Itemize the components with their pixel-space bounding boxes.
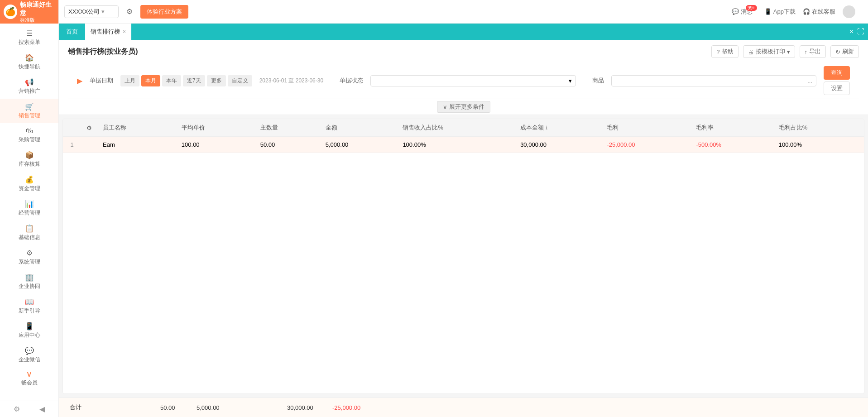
status-filter-select[interactable]: ▾ (370, 75, 575, 86)
topbar-settings-button[interactable]: ⚙ (123, 5, 136, 18)
wechat-icon: 💬 (25, 346, 34, 355)
this-month-button[interactable]: 本月 (141, 75, 160, 86)
trial-btn[interactable]: 体验行业方案 (140, 5, 188, 19)
topbar-service-button[interactable]: 🎧 在线客服 (803, 8, 835, 16)
table-wrapper: ⚙ 员工名称 平均单价 主数量 全额 销售收入占比% 成本全额 ℹ 毛利 毛利率… (62, 119, 864, 394)
expand-label: 展开更多条件 (449, 103, 484, 111)
cell-gross-pct: 100.00% (773, 137, 864, 153)
tab-expand-icon[interactable]: ⛶ (857, 28, 864, 36)
sidebar-item-quick-nav[interactable]: 🏠 快捷导航 (0, 50, 58, 74)
main-area: XXXXX公司 ▾ ⚙ 体验行业方案 💬 消息 99+ 📱 App下载 🎧 在线… (59, 0, 868, 417)
cell-gear (81, 137, 97, 153)
expand-more-button[interactable]: ∨ 展开更多条件 (437, 101, 490, 113)
enterprise-icon: 🏢 (25, 273, 34, 282)
last-month-button[interactable]: 上月 (120, 75, 139, 86)
cell-rank: 1 (63, 137, 81, 153)
page-title: 销售排行榜(按业务员) (68, 47, 138, 57)
service-icon: 🎧 (803, 8, 810, 15)
sidebar-item-operation[interactable]: 📊 经营管理 (0, 196, 58, 220)
sidebar-item-vip[interactable]: V 畅会员 (0, 367, 58, 390)
logo-sub: 标准版 (20, 17, 55, 23)
marketing-icon: 📢 (25, 78, 34, 86)
filter-right-buttons: 查询 设置 (824, 66, 850, 95)
footer-qty: 50.00 (155, 403, 191, 413)
more-button[interactable]: 更多 (207, 75, 226, 86)
sidebar-item-purchase[interactable]: 🛍 采购管理 (0, 123, 58, 147)
goods-filter-select[interactable]: ... (611, 75, 816, 86)
refresh-button[interactable]: ↻ 刷新 (830, 45, 859, 58)
topbar-right: 💬 消息 99+ 📱 App下载 🎧 在线客服 (732, 5, 863, 18)
sidebar-item-label-enterprise: 企业协同 (19, 283, 40, 290)
col-qty: 主数量 (255, 119, 320, 137)
topbar: XXXXX公司 ▾ ⚙ 体验行业方案 💬 消息 99+ 📱 App下载 🎧 在线… (59, 0, 868, 24)
sidebar-item-basic-info[interactable]: 📋 基础信息 (0, 220, 58, 245)
sidebar-item-app-center[interactable]: 📱 应用中心 (0, 318, 58, 343)
sidebar-item-marketing[interactable]: 📢 营销推广 (0, 74, 58, 99)
message-icon: 💬 (732, 8, 739, 15)
tab-home[interactable]: 首页 (59, 24, 85, 40)
tab-minimize-icon[interactable]: × (849, 28, 854, 36)
finance-icon: 💰 (25, 175, 34, 184)
logo-title: 畅康通好生意 (20, 0, 55, 17)
help-button[interactable]: ? 帮助 (711, 45, 738, 58)
sidebar-item-label-search-order: 搜索菜单 (19, 38, 40, 46)
sidebar-item-system[interactable]: ⚙ 系统管理 (0, 245, 58, 269)
this-year-button[interactable]: 本年 (162, 75, 181, 86)
sidebar-item-enterprise[interactable]: 🏢 企业协同 (0, 269, 58, 294)
footer-amount: 5,000.00 (191, 403, 236, 413)
goods-more-icon[interactable]: ... (807, 77, 812, 84)
search-order-icon: ☰ (26, 29, 33, 38)
sidebar-nav: ☰ 搜索菜单 🏠 快捷导航 📢 营销推广 🛒 销售管理 🛍 采购管理 📦 库存核… (0, 24, 58, 401)
app-icon: 📱 (764, 8, 772, 15)
col-gear[interactable]: ⚙ (81, 119, 97, 137)
logo-icon: 🍊 (4, 5, 17, 19)
sidebar-logo: 🍊 畅康通好生意 标准版 (0, 0, 58, 24)
tab-sales-ranking[interactable]: 销售排行榜 × (85, 24, 131, 40)
sidebar-item-label-sales: 销售管理 (19, 112, 40, 120)
col-avg-price: 平均单价 (176, 119, 255, 137)
avatar[interactable] (843, 5, 855, 18)
sidebar-footer: ⚙ ◀ (0, 401, 58, 417)
company-name: XXXXX公司 (68, 8, 100, 16)
filter-row: ▶ 单据日期 上月 本月 本年 近7天 更多 自定义 2023-06-01 至 … (68, 62, 859, 99)
message-badge: 99+ (746, 5, 757, 11)
sidebar-item-wechat[interactable]: 💬 企业微信 (0, 343, 58, 367)
sidebar-item-sales[interactable]: 🛒 销售管理 (0, 99, 58, 123)
company-select[interactable]: XXXXX公司 ▾ (64, 5, 119, 18)
sidebar-item-inventory[interactable]: 📦 库存核算 (0, 147, 58, 172)
export-icon: ↑ (805, 48, 808, 55)
expand-more-row: ∨ 展开更多条件 (68, 99, 859, 115)
settings-button[interactable]: 设置 (824, 81, 850, 95)
cell-gross: -25,000.00 (601, 137, 691, 153)
status-select-arrow: ▾ (569, 77, 572, 84)
sidebar-item-guide[interactable]: 📖 新手引导 (0, 294, 58, 318)
print-button[interactable]: 🖨 按模板打印 ▾ (743, 45, 795, 58)
col-sales-pct: 销售收入占比% (397, 119, 515, 137)
query-button[interactable]: 查询 (824, 66, 850, 80)
col-gross-rate: 毛利率 (691, 119, 773, 137)
page-header: 销售排行榜(按业务员) ? 帮助 🖨 按模板打印 ▾ ↑ 导出 (59, 40, 868, 115)
cell-gross-rate: -500.00% (691, 137, 773, 153)
filter-collapse-arrow[interactable]: ▶ (77, 77, 82, 85)
topbar-app-button[interactable]: 📱 App下载 (764, 8, 796, 16)
tabbar: 首页 销售排行榜 × × ⛶ (59, 24, 868, 40)
topbar-service-label: 在线客服 (812, 8, 835, 16)
logo-text: 畅康通好生意 标准版 (20, 0, 55, 24)
cell-name: Eam (97, 137, 176, 153)
sidebar-item-search-order[interactable]: ☰ 搜索菜单 (0, 25, 58, 50)
sidebar-settings-icon[interactable]: ⚙ (14, 405, 20, 413)
sidebar-collapse-icon[interactable]: ◀ (39, 405, 45, 413)
sidebar-item-label-quick-nav: 快捷导航 (19, 63, 40, 71)
topbar-message-button[interactable]: 💬 消息 99+ (732, 8, 753, 16)
sidebar-item-finance[interactable]: 💰 资金管理 (0, 172, 58, 196)
basic-info-icon: 📋 (25, 224, 34, 233)
goods-filter-label: 商品 (592, 77, 604, 85)
last7-button[interactable]: 近7天 (183, 75, 205, 86)
column-settings-icon[interactable]: ⚙ (86, 125, 92, 131)
cell-cost: 30,000.00 (515, 137, 601, 153)
custom-button[interactable]: 自定义 (228, 75, 252, 86)
sidebar-item-label-system: 系统管理 (19, 258, 40, 266)
tab-close-icon[interactable]: × (123, 29, 126, 35)
purchase-icon: 🛍 (26, 127, 33, 135)
export-button[interactable]: ↑ 导出 (800, 45, 826, 58)
